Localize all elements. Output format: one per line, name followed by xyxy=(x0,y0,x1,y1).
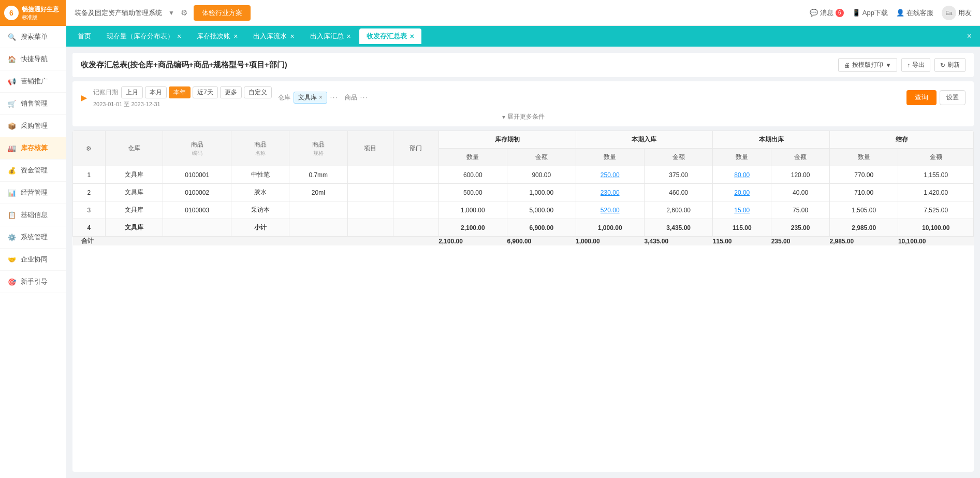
logo-icon: 6 xyxy=(4,6,19,20)
column-settings-icon[interactable]: ⚙ xyxy=(86,145,92,152)
sidebar-item-marketing[interactable]: 📢 营销推广 xyxy=(0,70,66,93)
tab-flow[interactable]: 出入库流水 × xyxy=(246,28,301,44)
col-in-qty: 数量 xyxy=(576,149,644,166)
sidebar-item-inventory[interactable]: 🏭 库存核算 xyxy=(0,137,66,160)
warehouse-more-icon[interactable]: ··· xyxy=(330,94,339,101)
tab-close-icon[interactable]: × xyxy=(410,33,414,40)
tab-close-icon[interactable]: × xyxy=(347,33,351,40)
tab-batch[interactable]: 库存批次账 × xyxy=(189,28,245,44)
warehouse-filter-group: 仓库 文具库 × ··· xyxy=(278,92,339,104)
date-btn-more[interactable]: 更多 xyxy=(220,86,242,98)
row-out-qty[interactable]: 115.00 xyxy=(713,219,771,237)
home-icon: 🏠 xyxy=(7,54,17,64)
col-in-amt: 金额 xyxy=(644,149,712,166)
print-button[interactable]: 🖨 按模版打印 ▼ xyxy=(838,58,897,72)
tab-summary[interactable]: 出入库汇总 × xyxy=(303,28,358,44)
sidebar-item-label: 搜索菜单 xyxy=(21,32,48,41)
sidebar-item-operation[interactable]: 📊 经营管理 xyxy=(0,182,66,204)
tab-inventory-dist[interactable]: 现存量（库存分布表） × xyxy=(99,28,188,44)
row-in-qty[interactable]: 250.00 xyxy=(576,166,644,184)
export-button[interactable]: ↑ 导出 xyxy=(901,58,930,72)
col-bal-qty: 数量 xyxy=(830,149,898,166)
online-service-item[interactable]: 👤 在线客服 xyxy=(896,8,933,18)
expand-conditions-button[interactable]: ▾ 展开更多条件 xyxy=(502,112,545,121)
logo-title: 畅捷通好生意 xyxy=(22,5,59,14)
product-filter-label: 商品 xyxy=(345,93,357,102)
user-item[interactable]: Ea 用友 xyxy=(942,6,972,20)
tab-home[interactable]: 首页 xyxy=(70,28,98,44)
col-out-qty: 数量 xyxy=(713,149,771,166)
sidebar-item-label: 销售管理 xyxy=(21,99,48,108)
date-btn-7days[interactable]: 近7天 xyxy=(193,86,218,98)
table-row: 1文具库0100001中性笔0.7mm600.00900.00250.00375… xyxy=(73,166,974,184)
product-more-icon[interactable]: ··· xyxy=(360,94,369,101)
sidebar-item-search[interactable]: 🔍 搜索菜单 xyxy=(0,26,66,48)
row-product-code: 0100001 xyxy=(163,166,231,184)
sidebar-item-label: 经营管理 xyxy=(21,188,48,197)
row-in-amt: 460.00 xyxy=(644,184,712,201)
tab-close-icon[interactable]: × xyxy=(290,33,294,40)
footer-in-amt: 3,435.00 xyxy=(644,237,712,246)
col-opening-stock: 库存期初 xyxy=(438,131,576,149)
window-close-icon[interactable]: × xyxy=(963,30,976,43)
filter-bar: ▶ 记账日期 上月 本月 本年 近7天 更多 自定义 2023-01-01 xyxy=(72,81,974,126)
table-container: ⚙ 仓库 商品编码 商品名称 商品规格 项目 部门 库存期初 本期入库 本期出库… xyxy=(72,131,974,472)
date-btn-this-year[interactable]: 本年 xyxy=(169,86,191,98)
row-in-qty[interactable]: 520.00 xyxy=(576,201,644,219)
row-num: 1 xyxy=(73,166,106,184)
row-product-code: 0100003 xyxy=(163,201,231,219)
table-row: 2文具库0100002胶水20ml500.001,000.00230.00460… xyxy=(73,184,974,201)
row-out-amt: 235.00 xyxy=(771,219,830,237)
footer-bal-qty: 2,985.00 xyxy=(830,237,898,246)
system-icon: ⚙️ xyxy=(7,233,17,242)
footer-out-amt: 235.00 xyxy=(771,237,830,246)
sidebar-logo: 6 畅捷通好生意 标准版 xyxy=(0,0,66,26)
warehouse-tag-close-icon[interactable]: × xyxy=(319,94,323,101)
gear-icon[interactable]: ⚙ xyxy=(181,8,187,18)
footer-label: 合计 xyxy=(73,237,439,246)
row-product-spec xyxy=(289,219,347,237)
row-out-qty[interactable]: 15.00 xyxy=(713,201,771,219)
row-out-qty[interactable]: 20.00 xyxy=(713,184,771,201)
collab-icon: 🤝 xyxy=(7,255,17,264)
sidebar-item-guide[interactable]: 🎯 新手引导 xyxy=(0,271,66,293)
query-button[interactable]: 查询 xyxy=(906,90,937,105)
sidebar-item-sales[interactable]: 🛒 销售管理 xyxy=(0,93,66,115)
row-warehouse: 文具库 xyxy=(105,166,163,184)
row-bal-qty: 710.00 xyxy=(830,184,898,201)
warehouse-tag[interactable]: 文具库 × xyxy=(294,92,327,104)
sidebar-item-quick[interactable]: 🏠 快捷导航 xyxy=(0,48,66,70)
row-bal-qty: 1,505.00 xyxy=(830,201,898,219)
sidebar-item-basic[interactable]: 📋 基础信息 xyxy=(0,204,66,226)
filter-toggle-icon[interactable]: ▶ xyxy=(81,93,87,103)
tab-close-icon[interactable]: × xyxy=(177,33,181,40)
tab-close-icon[interactable]: × xyxy=(233,33,238,40)
row-in-qty[interactable]: 1,000.00 xyxy=(576,219,644,237)
experience-button[interactable]: 体验行业方案 xyxy=(194,5,251,21)
date-btn-custom[interactable]: 自定义 xyxy=(244,86,272,98)
avatar: Ea xyxy=(942,6,956,20)
sidebar-item-purchase[interactable]: 📦 采购管理 xyxy=(0,115,66,137)
row-in-qty[interactable]: 230.00 xyxy=(576,184,644,201)
top-header: 装备及固定资产辅助管理系统 ▼ ⚙ 体验行业方案 💬 消息 6 📱 App下载 … xyxy=(66,0,980,26)
sidebar-item-system[interactable]: ⚙️ 系统管理 xyxy=(0,226,66,249)
sidebar-item-collab[interactable]: 🤝 企业协同 xyxy=(0,249,66,271)
settings-button[interactable]: 设置 xyxy=(940,90,966,105)
sidebar-item-finance[interactable]: 💰 资金管理 xyxy=(0,160,66,182)
date-btn-last-month[interactable]: 上月 xyxy=(121,86,143,98)
row-product-code: 0100002 xyxy=(163,184,231,201)
refresh-button[interactable]: ↻ 刷新 xyxy=(934,58,966,72)
date-btn-this-month[interactable]: 本月 xyxy=(145,86,167,98)
date-range: 2023-01-01 至 2023-12-31 xyxy=(93,100,272,108)
row-project xyxy=(347,184,393,201)
tab-receive-send[interactable]: 收发存汇总表 × xyxy=(359,28,421,44)
row-out-qty[interactable]: 80.00 xyxy=(713,166,771,184)
app-download-item[interactable]: 📱 App下载 xyxy=(852,8,888,18)
date-options: 上月 本月 本年 近7天 更多 自定义 xyxy=(121,86,272,98)
sidebar-item-label: 采购管理 xyxy=(21,121,48,131)
system-dropdown-icon[interactable]: ▼ xyxy=(168,9,174,17)
col-balance: 结存 xyxy=(830,131,974,149)
notification-item[interactable]: 💬 消息 6 xyxy=(810,8,844,18)
mobile-icon: 📱 xyxy=(852,9,860,17)
col-project: 项目 xyxy=(347,131,393,166)
